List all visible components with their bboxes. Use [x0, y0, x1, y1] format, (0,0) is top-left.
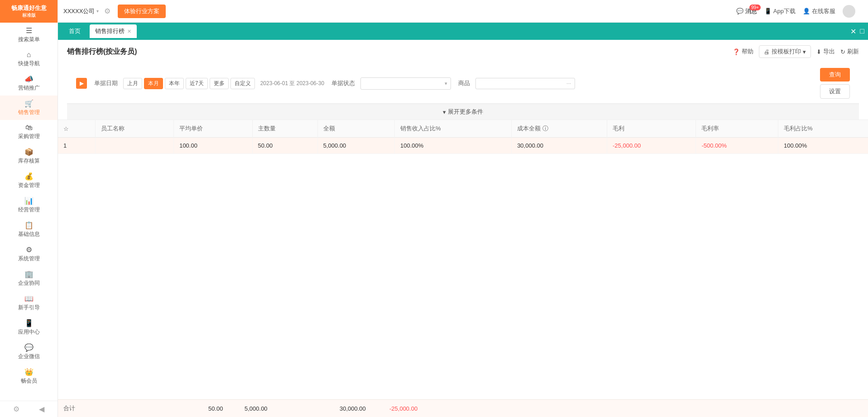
- message-button[interactable]: 💬 消息 99+: [736, 7, 757, 15]
- cell-qty: 50.00: [252, 138, 317, 154]
- sidebar-item-wechat[interactable]: 💬 企业微信: [0, 340, 58, 364]
- status-select-wrap: [360, 77, 451, 90]
- cell-rank: 1: [58, 138, 95, 154]
- member-icon: 👑: [24, 368, 34, 376]
- trial-button[interactable]: 体验行业方案: [118, 5, 166, 18]
- status-select[interactable]: [360, 77, 451, 90]
- page-title-row: 销售排行榜(按业务员) ❓ 帮助 🖨 按模板打印 ▾ ⬇ 导出: [67, 45, 859, 58]
- sidebar-item-inventory[interactable]: 📦 库存核算: [0, 144, 58, 168]
- date-btn-this-month[interactable]: 本月: [144, 78, 163, 89]
- goods-input[interactable]: [480, 80, 565, 87]
- marketing-icon: 📣: [24, 75, 34, 83]
- sidebar-label-marketing: 营销推广: [18, 84, 40, 92]
- avatar[interactable]: [843, 5, 855, 18]
- query-button[interactable]: 查询: [820, 68, 850, 81]
- company-selector[interactable]: XXXXX公司 ▾: [63, 7, 99, 15]
- enterprise-icon: 🏢: [24, 270, 34, 278]
- sidebar-item-quick[interactable]: ⌂ 快捷导航: [0, 47, 58, 71]
- goods-filter: 商品 ···: [458, 78, 575, 89]
- cell-cost: 30,000.00: [512, 138, 607, 154]
- sidebar-label-quick: 快捷导航: [18, 60, 40, 67]
- date-buttons: 上月 本月 本年 近7天 更多 自定义: [123, 78, 255, 89]
- sidebar-label-sales: 销售管理: [18, 109, 40, 116]
- col-gross: 毛利: [607, 120, 696, 138]
- message-icon: 💬: [736, 8, 743, 14]
- refresh-label: 刷新: [847, 48, 859, 56]
- cell-gross-pct: 100.00%: [778, 138, 868, 154]
- sidebar-item-marketing[interactable]: 📣 营销推广: [0, 71, 58, 96]
- logo-main: 畅康通好生意: [11, 4, 47, 12]
- sidebar-item-system[interactable]: ⚙ 系统管理: [0, 242, 58, 266]
- search-menu-icon: ☰: [26, 26, 32, 35]
- tab-label: 销售排行榜: [95, 27, 125, 35]
- col-name: 员工名称: [95, 120, 173, 138]
- service-icon: 👤: [803, 8, 810, 14]
- collapse-icon[interactable]: ◀: [39, 405, 44, 413]
- print-arrow-icon: ▾: [803, 48, 806, 55]
- topbar: XXXXX公司 ▾ ⚙ 体验行业方案 💬 消息 99+ 📱 App下载 👤 在线…: [58, 0, 868, 23]
- export-button[interactable]: ⬇ 导出: [816, 48, 835, 56]
- sidebar-label-wechat: 企业微信: [18, 353, 40, 360]
- sidebar-item-purchase[interactable]: 🛍 采购管理: [0, 120, 58, 144]
- col-amount: 全额: [317, 120, 394, 138]
- tab-sales-ranking[interactable]: 销售排行榜 ✕: [90, 24, 137, 38]
- logo-sub: 标准版: [22, 12, 36, 19]
- footer-amount-val: 5,000.00: [245, 405, 290, 412]
- print-button[interactable]: 🖨 按模板打印 ▾: [759, 45, 811, 58]
- date-btn-this-year[interactable]: 本年: [165, 78, 184, 89]
- sidebar-item-finance[interactable]: 💰 资金管理: [0, 168, 58, 193]
- table-header-row: ☆ 员工名称 平均单价 主数量 全额 销售收入占比% 成本全额 ⓘ 毛利 毛利率…: [58, 120, 868, 138]
- settings-button[interactable]: 设置: [820, 84, 850, 99]
- ranking-table: ☆ 员工名称 平均单价 主数量 全额 销售收入占比% 成本全额 ⓘ 毛利 毛利率…: [58, 120, 868, 154]
- online-service-button[interactable]: 👤 在线客服: [803, 7, 835, 15]
- sidebar-item-operation[interactable]: 📊 经营管理: [0, 193, 58, 217]
- sidebar-item-apps[interactable]: 📱 应用中心: [0, 315, 58, 340]
- date-btn-last-month[interactable]: 上月: [123, 78, 142, 89]
- date-btn-7days[interactable]: 近7天: [186, 78, 208, 89]
- tab-close-icon[interactable]: ✕: [127, 29, 131, 34]
- sidebar-item-sales[interactable]: 🛒 销售管理: [0, 96, 58, 120]
- sidebar-item-guide[interactable]: 📖 新手引导: [0, 291, 58, 315]
- content-area: 销售排行榜(按业务员) ❓ 帮助 🖨 按模板打印 ▾ ⬇ 导出: [58, 40, 868, 417]
- expand-icon: ▾: [443, 109, 446, 115]
- sidebar-item-basic[interactable]: 📋 基础信息: [0, 217, 58, 242]
- tabbar: 首页 销售排行榜 ✕ ✕ □: [58, 23, 868, 40]
- sidebar: 畅康通好生意 标准版 ☰ 搜索菜单 ⌂ 快捷导航 📣 营销推广 🛒 销售管理 🛍…: [0, 0, 58, 417]
- cell-gross-rate: -500.00%: [696, 138, 778, 154]
- app-download-button[interactable]: 📱 App下载: [764, 7, 796, 15]
- print-icon: 🖨: [764, 48, 770, 55]
- operation-icon: 📊: [24, 197, 34, 205]
- home-icon: ⌂: [27, 51, 31, 59]
- system-icon: ⚙: [26, 245, 32, 254]
- refresh-button[interactable]: ↻ 刷新: [840, 48, 859, 56]
- service-label: 在线客服: [812, 7, 835, 15]
- col-rank: ☆: [58, 120, 95, 138]
- date-btn-custom[interactable]: 自定义: [230, 78, 255, 89]
- goods-more-icon[interactable]: ···: [566, 80, 571, 86]
- sidebar-item-search[interactable]: ☰ 搜索菜单: [0, 23, 58, 47]
- expand-more-button[interactable]: ▾ 展开更多条件: [443, 108, 483, 116]
- sidebar-label-operation: 经营管理: [18, 206, 40, 214]
- status-filter-label: 单据状态: [331, 79, 355, 87]
- col-gross-pct: 毛利占比%: [778, 120, 868, 138]
- window-close-icon[interactable]: ✕: [850, 27, 856, 36]
- help-button[interactable]: ❓ 帮助: [733, 48, 753, 56]
- expand-label: 展开更多条件: [448, 108, 483, 116]
- goods-filter-label: 商品: [458, 79, 470, 87]
- sidebar-item-member[interactable]: 👑 畅会员: [0, 364, 58, 388]
- window-max-icon[interactable]: □: [860, 27, 864, 36]
- sidebar-label-inventory: 库存核算: [18, 157, 40, 165]
- footer-cost-val: 30,000.00: [340, 405, 389, 412]
- settings-gear-icon[interactable]: ⚙: [104, 7, 110, 15]
- goods-input-wrap: ···: [475, 78, 575, 89]
- filter-toggle-button[interactable]: ▶: [76, 78, 87, 89]
- settings-icon[interactable]: ⚙: [13, 405, 19, 413]
- guide-icon: 📖: [24, 294, 34, 303]
- tab-home[interactable]: 首页: [62, 24, 88, 39]
- sidebar-item-enterprise[interactable]: 🏢 企业协同: [0, 266, 58, 291]
- sidebar-label-system: 系统管理: [18, 255, 40, 263]
- sidebar-label-basic: 基础信息: [18, 230, 40, 238]
- company-arrow-icon: ▾: [96, 9, 99, 14]
- date-btn-more[interactable]: 更多: [210, 78, 229, 89]
- help-icon: ❓: [733, 48, 740, 55]
